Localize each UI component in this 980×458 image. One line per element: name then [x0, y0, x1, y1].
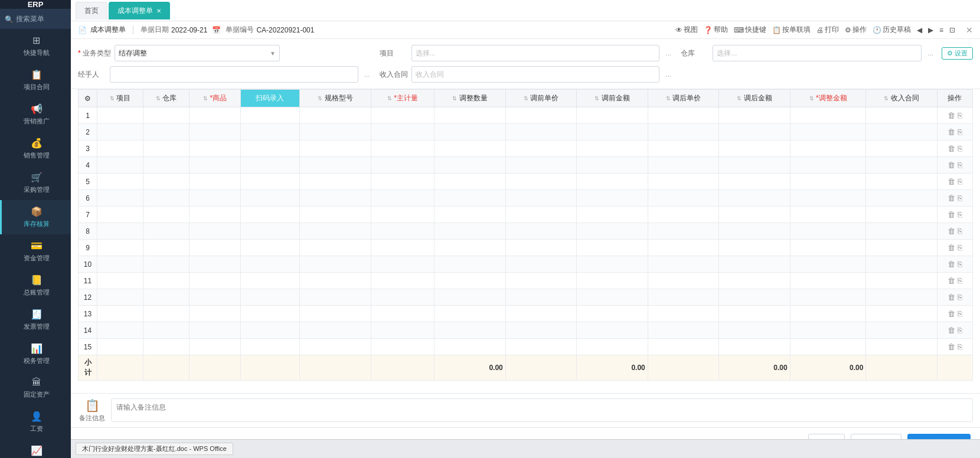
- table-cell[interactable]: [435, 207, 505, 223]
- delete-row-button[interactable]: 🗑: [948, 276, 955, 285]
- business-type-select[interactable]: 结存调整 ▼: [115, 45, 280, 61]
- table-cell[interactable]: [97, 273, 143, 289]
- table-cell[interactable]: [866, 140, 937, 157]
- table-cell[interactable]: [790, 157, 866, 174]
- table-cell[interactable]: [97, 124, 143, 140]
- table-cell[interactable]: [371, 190, 435, 207]
- table-cell[interactable]: [371, 207, 435, 223]
- sidebar-item-sales[interactable]: 💰 销售管理: [0, 132, 71, 166]
- table-cell[interactable]: [866, 256, 937, 273]
- table-cell[interactable]: [648, 190, 718, 207]
- sidebar-search[interactable]: 🔍 搜索菜单: [0, 9, 71, 29]
- table-cell[interactable]: [190, 306, 240, 322]
- table-cell[interactable]: [240, 190, 299, 207]
- table-cell[interactable]: [300, 322, 371, 339]
- table-cell[interactable]: [143, 273, 190, 289]
- table-cell[interactable]: [97, 157, 143, 174]
- table-cell[interactable]: [790, 190, 866, 207]
- sidebar-item-marketing[interactable]: 📢 营销推广: [0, 97, 71, 132]
- fill-btn[interactable]: 📋 按单联填: [772, 25, 811, 35]
- table-cell[interactable]: [577, 256, 648, 273]
- table-cell[interactable]: [371, 174, 435, 190]
- delete-row-button[interactable]: 🗑: [948, 111, 955, 120]
- table-cell[interactable]: [648, 240, 718, 256]
- table-cell[interactable]: [790, 256, 866, 273]
- table-cell[interactable]: [505, 273, 576, 289]
- table-cell[interactable]: [371, 322, 435, 339]
- table-cell[interactable]: [300, 273, 371, 289]
- table-cell[interactable]: [505, 174, 576, 190]
- table-cell[interactable]: [505, 256, 576, 273]
- table-cell[interactable]: [719, 207, 790, 223]
- table-cell[interactable]: [790, 240, 866, 256]
- table-cell[interactable]: [648, 289, 718, 306]
- table-cell[interactable]: [577, 223, 648, 240]
- delete-row-button[interactable]: 🗑: [948, 243, 955, 252]
- table-cell[interactable]: [866, 157, 937, 174]
- table-cell[interactable]: [97, 322, 143, 339]
- handler-input[interactable]: [110, 66, 358, 83]
- sidebar-item-tax[interactable]: 📊 税务管理: [0, 337, 71, 371]
- table-cell[interactable]: [300, 339, 371, 355]
- table-cell[interactable]: [505, 107, 576, 124]
- sidebar-item-ops[interactable]: 📈 经营管理: [0, 439, 71, 458]
- table-cell[interactable]: [143, 107, 190, 124]
- delete-row-button[interactable]: 🗑: [948, 144, 955, 153]
- table-cell[interactable]: [648, 124, 718, 140]
- copy-row-button[interactable]: ⎘: [958, 227, 962, 235]
- project-input[interactable]: 选择...: [411, 45, 660, 61]
- table-cell[interactable]: [300, 240, 371, 256]
- shortcut-btn[interactable]: ⌨ 快捷键: [734, 25, 766, 35]
- table-cell[interactable]: [143, 190, 190, 207]
- view-btn[interactable]: 👁 视图: [675, 25, 698, 35]
- table-cell[interactable]: [505, 289, 576, 306]
- table-cell[interactable]: [190, 289, 240, 306]
- delete-row-button[interactable]: 🗑: [948, 293, 955, 302]
- table-cell[interactable]: [648, 140, 718, 157]
- table-cell[interactable]: [143, 256, 190, 273]
- table-cell[interactable]: [240, 140, 299, 157]
- table-cell[interactable]: [143, 306, 190, 322]
- sidebar-item-quick-nav[interactable]: ⊞ 快捷导航: [0, 29, 71, 63]
- table-cell[interactable]: [371, 223, 435, 240]
- table-cell[interactable]: [435, 322, 505, 339]
- history-btn[interactable]: 🕐 历史草稿: [873, 25, 911, 35]
- th-scan[interactable]: 扫码录入: [240, 90, 299, 107]
- table-cell[interactable]: [435, 140, 505, 157]
- table-cell[interactable]: [505, 306, 576, 322]
- operation-btn[interactable]: ⚙ 操作: [845, 25, 867, 35]
- table-cell[interactable]: [97, 140, 143, 157]
- view-list-btn[interactable]: ≡: [939, 26, 943, 34]
- table-cell[interactable]: [790, 124, 866, 140]
- table-cell[interactable]: [240, 223, 299, 240]
- table-cell[interactable]: [648, 256, 718, 273]
- table-cell[interactable]: [866, 124, 937, 140]
- table-cell[interactable]: [648, 339, 718, 355]
- table-cell[interactable]: [97, 174, 143, 190]
- table-cell[interactable]: [240, 174, 299, 190]
- table-cell[interactable]: [505, 140, 576, 157]
- table-cell[interactable]: [143, 124, 190, 140]
- copy-row-button[interactable]: ⎘: [958, 161, 962, 169]
- sidebar-item-finance[interactable]: 💳 资金管理: [0, 234, 71, 269]
- table-cell[interactable]: [866, 207, 937, 223]
- table-cell[interactable]: [190, 207, 240, 223]
- table-cell[interactable]: [190, 223, 240, 240]
- view-detail-btn[interactable]: ⊡: [949, 26, 955, 34]
- sidebar-item-project[interactable]: 📋 项目合同: [0, 63, 71, 97]
- table-cell[interactable]: [866, 289, 937, 306]
- copy-row-button[interactable]: ⎘: [958, 326, 962, 335]
- table-cell[interactable]: [97, 289, 143, 306]
- table-cell[interactable]: [505, 322, 576, 339]
- table-cell[interactable]: [719, 174, 790, 190]
- table-cell[interactable]: [300, 107, 371, 124]
- table-cell[interactable]: [577, 339, 648, 355]
- table-cell[interactable]: [577, 207, 648, 223]
- table-cell[interactable]: [300, 256, 371, 273]
- table-cell[interactable]: [97, 306, 143, 322]
- print-btn[interactable]: 🖨 打印: [816, 25, 839, 35]
- table-cell[interactable]: [190, 322, 240, 339]
- table-cell[interactable]: [866, 273, 937, 289]
- calendar-icon[interactable]: 📅: [212, 26, 221, 34]
- table-cell[interactable]: [577, 107, 648, 124]
